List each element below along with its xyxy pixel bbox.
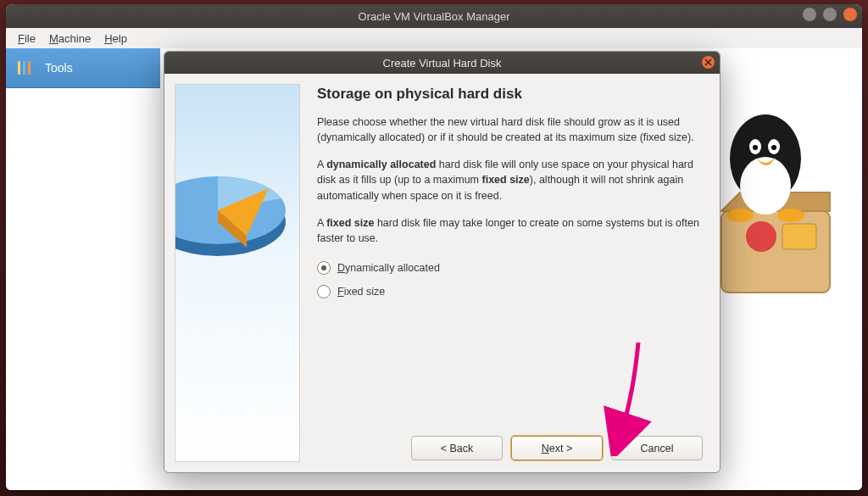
wizard-heading: Storage on physical hard disk: [317, 86, 703, 103]
minimize-button[interactable]: [803, 8, 816, 21]
radio-indicator-icon: [317, 285, 331, 298]
dialog-title: Create Virtual Hard Disk: [383, 57, 502, 70]
radio-indicator-icon: [317, 261, 331, 275]
svg-point-4: [746, 221, 776, 252]
menu-file[interactable]: File: [13, 31, 41, 47]
close-button[interactable]: [843, 8, 857, 21]
sidebar-tools-label: Tools: [45, 61, 73, 75]
disk-pie-icon: [175, 137, 294, 290]
menu-machine[interactable]: Machine: [44, 31, 96, 47]
create-virtual-hard-disk-dialog: Create Virtual Hard Disk Storage on phys…: [164, 51, 721, 473]
cancel-button[interactable]: Cancel: [611, 436, 703, 460]
wizard-paragraph-3: A fixed size hard disk file may take lon…: [317, 215, 703, 246]
svg-rect-3: [721, 211, 830, 293]
tools-icon: [16, 59, 35, 77]
dialog-titlebar: Create Virtual Hard Disk: [164, 52, 720, 74]
dialog-body: Storage on physical hard disk Please cho…: [164, 74, 720, 472]
svg-rect-5: [782, 224, 816, 249]
svg-point-12: [726, 209, 754, 222]
wizard-content: Storage on physical hard disk Please cho…: [300, 74, 720, 472]
wizard-sidebar-image: [175, 84, 300, 462]
svg-point-11: [771, 145, 776, 150]
svg-rect-0: [18, 61, 20, 75]
svg-rect-1: [23, 61, 25, 75]
svg-point-8: [749, 139, 761, 154]
window-titlebar: Oracle VM VirtualBox Manager: [6, 4, 862, 28]
svg-point-7: [740, 157, 791, 215]
radio-fixed-size[interactable]: Fixed size: [317, 285, 703, 298]
svg-point-13: [777, 209, 804, 222]
sidebar: Tools: [6, 48, 161, 490]
maximize-button[interactable]: [823, 8, 837, 21]
back-button[interactable]: < Back: [411, 436, 503, 460]
svg-point-10: [768, 139, 780, 154]
wizard-paragraph-2: A dynamically allocated hard disk file w…: [317, 157, 703, 203]
radio-dynamically-allocated[interactable]: Dynamically allocated: [317, 261, 703, 275]
next-button[interactable]: Next >: [511, 436, 603, 460]
svg-rect-2: [28, 61, 31, 75]
svg-point-9: [753, 145, 758, 150]
window-controls: [803, 8, 857, 21]
menubar: File Machine Help: [6, 28, 862, 49]
window-title: Oracle VM VirtualBox Manager: [359, 10, 510, 23]
svg-point-6: [730, 114, 801, 203]
menu-help[interactable]: Help: [99, 31, 132, 47]
dialog-close-button[interactable]: [702, 56, 715, 69]
sidebar-tools-item[interactable]: Tools: [6, 48, 160, 88]
wizard-paragraph-1: Please choose whether the new virtual ha…: [317, 114, 703, 145]
wizard-button-row: < Back Next > Cancel: [411, 436, 703, 460]
